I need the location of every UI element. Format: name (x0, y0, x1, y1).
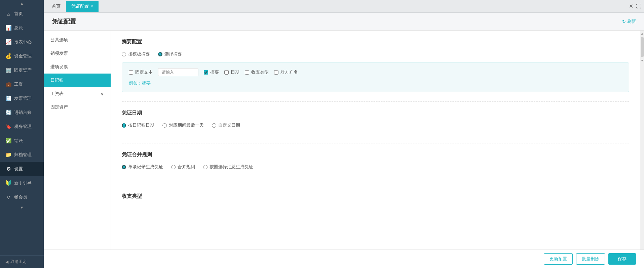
vip-icon: V (5, 194, 11, 200)
left-nav-journal[interactable]: 日记账 (44, 74, 111, 87)
checkbox-income-type-label: 收支类型 (251, 69, 269, 75)
sidebar-item-home[interactable]: ⌂ 首页 (0, 7, 44, 21)
income-type-section: 收支类型 (122, 193, 629, 215)
radio-by-journal-date-input[interactable] (122, 123, 126, 128)
sidebar-item-label: 总账 (14, 25, 23, 31)
checkbox-counterpart[interactable]: 对方户名 (274, 69, 298, 75)
sidebar-item-payroll[interactable]: 💼 工资 (0, 77, 44, 91)
sidebar-scroll-down[interactable]: ▼ (0, 204, 44, 211)
page-header: 凭证配置 ↻ 刷新 (44, 13, 644, 31)
checkbox-fixed-text[interactable]: 固定文本 (129, 69, 153, 75)
refresh-button[interactable]: ↻ 刷新 (622, 18, 636, 25)
radio-single-record[interactable]: 单条记录生成凭证 (122, 164, 163, 170)
scrollbar-down-arrow[interactable]: ▼ (640, 58, 644, 63)
sidebar-item-assets[interactable]: 🏢 固定资产 (0, 63, 44, 77)
sidebar-item-label: 新手引导 (14, 180, 32, 186)
ledger-icon: 📊 (5, 25, 11, 31)
refresh-icon: ↻ (622, 19, 626, 24)
sidebar-item-label: 首页 (14, 11, 23, 17)
sidebar-item-label: 报表中心 (14, 39, 32, 45)
radio-merge-rules-input[interactable] (171, 165, 176, 169)
left-nav-public[interactable]: 公共选项 (44, 33, 111, 47)
left-nav-purchase-invoice[interactable]: 进项发票 (44, 60, 111, 74)
sidebar-scroll-up[interactable]: ▲ (0, 0, 44, 7)
window-fullscreen-icon[interactable]: ⛶ (636, 3, 641, 9)
radio-select-label[interactable]: 选择摘要 (158, 51, 182, 57)
radio-custom-date[interactable]: 自定义日期 (212, 122, 240, 128)
sidebar-item-settings[interactable]: ⚙ 设置 (0, 162, 44, 176)
sidebar-item-tax[interactable]: 🔖 税务管理 (0, 120, 44, 134)
checkbox-date-input[interactable] (224, 70, 229, 75)
radio-select-input[interactable] (158, 52, 162, 56)
sidebar-item-funds[interactable]: 💰 资金管理 (0, 49, 44, 63)
tab-voucher-config[interactable]: 凭证配置 × (66, 1, 99, 12)
sidebar-item-vip[interactable]: V 畅会员 (0, 190, 44, 204)
chevron-down-icon: ∨ (101, 91, 104, 96)
bottom-actions: 更新预置 批量删除 保存 (44, 250, 644, 268)
tab-home[interactable]: 首页 (46, 1, 66, 12)
sidebar-item-label: 发票管理 (14, 95, 32, 101)
checkbox-summary-label: 摘要 (210, 69, 219, 75)
sidebar-item-label: 畅会员 (14, 194, 27, 200)
income-type-title: 收支类型 (122, 193, 629, 199)
sidebar-item-reports[interactable]: 📈 报表中心 (0, 35, 44, 49)
funds-icon: 💰 (5, 53, 11, 59)
checkbox-fixed-text-input[interactable] (129, 70, 133, 75)
sidebar-item-label: 税务管理 (14, 124, 32, 130)
radio-template-label[interactable]: 按模板摘要 (122, 51, 150, 57)
left-nav-sales-invoice-label: 销项发票 (50, 50, 68, 56)
radio-by-journal-date[interactable]: 按日记账日期 (122, 122, 154, 128)
sidebar-item-ledger[interactable]: 📊 总账 (0, 21, 44, 35)
radio-template-input[interactable] (122, 52, 126, 56)
window-close-icon[interactable]: ✕ (629, 3, 633, 9)
fixed-text-input[interactable] (158, 68, 198, 76)
checkbox-income-type[interactable]: 收支类型 (245, 69, 269, 75)
invoice-mgr-icon: 🧾 (5, 95, 11, 101)
checkbox-date[interactable]: 日期 (224, 69, 239, 75)
checkbox-counterpart-input[interactable] (274, 70, 278, 75)
sidebar-item-guide[interactable]: 🔰 新手引导 (0, 176, 44, 190)
settings-icon: ⚙ (5, 166, 11, 172)
sidebar-item-purchase-sale[interactable]: 🔄 进销台账 (0, 105, 44, 120)
sidebar-pin-toggle[interactable]: ◀ 取消固定 (0, 255, 44, 268)
scrollbar-up-arrow[interactable]: ▲ (640, 31, 644, 36)
refresh-label: 刷新 (627, 18, 636, 25)
save-button[interactable]: 保存 (608, 253, 636, 265)
sidebar-item-label: 资金管理 (14, 53, 32, 59)
scrollbar-thumb[interactable] (641, 37, 644, 57)
radio-merge-rules[interactable]: 合并规则 (171, 164, 195, 170)
checkbox-income-type-input[interactable] (245, 70, 249, 75)
summary-radio-group: 按模板摘要 选择摘要 (122, 51, 629, 57)
radio-last-day[interactable]: 对应期间最后一天 (162, 122, 204, 128)
sidebar-item-invoice-mgr[interactable]: 🧾 发票管理 (0, 91, 44, 105)
purchase-sale-icon: 🔄 (5, 109, 11, 116)
batch-delete-button[interactable]: 批量删除 (576, 253, 605, 265)
radio-custom-date-text: 自定义日期 (218, 122, 240, 128)
radio-aggregate[interactable]: 按照选择汇总生成凭证 (203, 164, 253, 170)
summary-options-box: 固定文本 摘要 日期 收支类型 (122, 62, 629, 92)
pin-icon: ◀ (5, 260, 8, 264)
settlement-icon: ✅ (5, 138, 11, 144)
left-nav-payroll-table[interactable]: 工资表 ∨ (44, 87, 111, 100)
radio-single-record-text: 单条记录生成凭证 (128, 164, 163, 170)
radio-select-text: 选择摘要 (164, 51, 182, 57)
tab-bar: 首页 凭证配置 × ✕ ⛶ (44, 0, 644, 13)
radio-custom-date-input[interactable] (212, 123, 216, 128)
main-content: 公共选项 销项发票 进项发票 日记账 工资表 ∨ 固定资产 摘要配置 (44, 31, 644, 268)
tax-icon: 🔖 (5, 124, 11, 130)
payroll-icon: 💼 (5, 81, 11, 87)
radio-aggregate-input[interactable] (203, 165, 207, 169)
checkbox-summary[interactable]: 摘要 (204, 69, 219, 75)
left-nav-fixed-assets[interactable]: 固定资产 (44, 100, 111, 114)
left-nav-sales-invoice[interactable]: 销项发票 (44, 47, 111, 60)
radio-last-day-input[interactable] (162, 123, 167, 128)
sidebar-item-archive[interactable]: 📁 归档管理 (0, 148, 44, 162)
left-nav-payroll-table-label: 工资表 (50, 91, 64, 97)
checkbox-fixed-text-label: 固定文本 (135, 69, 153, 75)
checkbox-summary-input[interactable] (204, 70, 208, 75)
radio-single-record-input[interactable] (122, 165, 126, 169)
tab-close-button[interactable]: × (91, 4, 93, 9)
sidebar-item-settlement[interactable]: ✅ 结账 (0, 134, 44, 148)
page-title: 凭证配置 (52, 17, 76, 26)
update-preview-button[interactable]: 更新预置 (544, 253, 573, 265)
